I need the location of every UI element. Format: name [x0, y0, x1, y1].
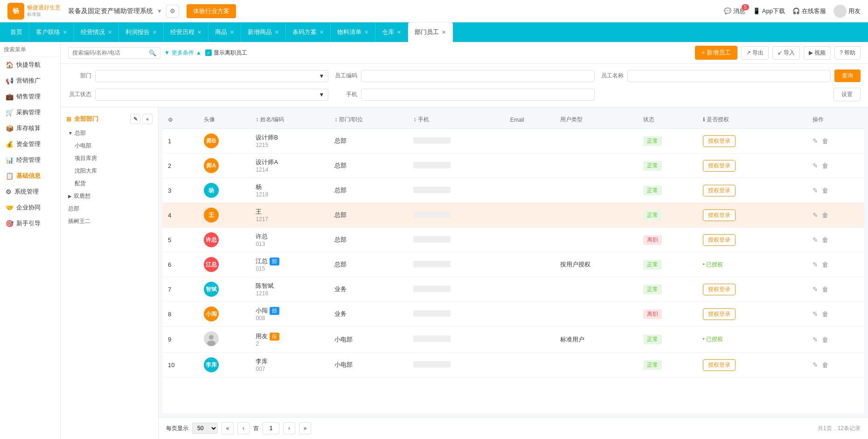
system-dropdown-arrow[interactable]: ▼: [157, 8, 162, 14]
emp-status-select[interactable]: ▼: [95, 89, 328, 101]
delete-button[interactable]: 🗑: [822, 137, 828, 145]
delete-button[interactable]: 🗑: [822, 162, 828, 169]
th-phone[interactable]: ↕ 手机: [408, 111, 504, 129]
dept-item-shuangluxiang[interactable]: ▶ 双鹿想: [61, 190, 158, 202]
auth-login-button[interactable]: 授权登录: [703, 185, 736, 196]
sidebar-item-purchase[interactable]: 🛒 采购管理: [0, 105, 60, 120]
search-wrap[interactable]: 🔍: [68, 47, 160, 59]
sidebar-item-basic[interactable]: 📋 基础信息: [0, 168, 60, 184]
close-icon[interactable]: ✕: [108, 29, 112, 35]
search-input[interactable]: [72, 49, 147, 56]
edit-button[interactable]: ✎: [812, 261, 818, 268]
edit-button[interactable]: ✎: [812, 336, 818, 343]
more-filter-button[interactable]: ▼ 更多条件 ▲: [164, 49, 201, 57]
last-page-button[interactable]: »: [299, 422, 311, 434]
dept-item-zongbu[interactable]: 总部: [61, 202, 158, 215]
first-page-button[interactable]: «: [222, 422, 234, 434]
auth-login-button[interactable]: 授权登录: [703, 135, 736, 147]
page-number-input[interactable]: [263, 422, 279, 434]
edit-button[interactable]: ✎: [812, 211, 818, 219]
delete-button[interactable]: 🗑: [822, 336, 828, 343]
user-area[interactable]: 用友: [833, 5, 861, 18]
edit-button[interactable]: ✎: [812, 162, 818, 169]
dept-item-chashuwang[interactable]: 插树王二: [61, 215, 158, 228]
close-icon[interactable]: ✕: [442, 29, 446, 35]
close-icon[interactable]: ✕: [319, 29, 324, 35]
show-resigned-toggle[interactable]: ✓ 显示离职员工: [205, 49, 247, 57]
view-button[interactable]: ▶ 视频: [804, 46, 831, 60]
sidebar-item-sales[interactable]: 💼 销售管理: [0, 89, 60, 105]
sidebar-search[interactable]: 🔍: [0, 42, 60, 57]
edit-button[interactable]: ✎: [812, 137, 818, 145]
auth-login-button[interactable]: 授权登录: [703, 209, 736, 221]
per-page-select[interactable]: 50 100: [192, 423, 218, 434]
add-employee-button[interactable]: + 新增员工: [695, 46, 737, 60]
tab-profit[interactable]: 利润报告 ✕: [119, 22, 164, 42]
delete-button[interactable]: 🗑: [822, 286, 828, 293]
tab-business[interactable]: 经营情况 ✕: [74, 22, 119, 42]
auth-login-button[interactable]: 授权登录: [703, 284, 736, 295]
emp-code-input[interactable]: [361, 70, 594, 82]
gear-button[interactable]: ⚙: [166, 5, 179, 18]
sidebar-item-finance[interactable]: 💰 资金管理: [0, 136, 60, 152]
sidebar-item-guide[interactable]: 🎯 新手引导: [0, 216, 60, 231]
app-download-button[interactable]: 📱 App下载: [753, 7, 785, 15]
sidebar-item-collab[interactable]: 🤝 企业协同: [0, 200, 60, 216]
delete-button[interactable]: 🗑: [822, 361, 828, 369]
sidebar-item-marketing[interactable]: 📢 营销推广: [0, 73, 60, 89]
delete-button[interactable]: 🗑: [822, 187, 828, 194]
tab-barcode[interactable]: 条码方案 ✕: [286, 22, 331, 42]
th-name-code[interactable]: ↕ 姓名/编码: [250, 111, 329, 129]
export-button[interactable]: ↗ 导出: [741, 46, 769, 60]
delete-button[interactable]: 🗑: [822, 261, 828, 268]
prev-page-button[interactable]: ‹: [237, 422, 250, 434]
tab-bom[interactable]: 物料清单 ✕: [331, 22, 375, 42]
sidebar-item-inventory[interactable]: 📦 库存核算: [0, 120, 60, 136]
close-icon[interactable]: ✕: [153, 29, 157, 35]
settings-icon[interactable]: ⚙: [168, 117, 173, 123]
delete-button[interactable]: 🗑: [822, 310, 828, 318]
dept-item-peihuo[interactable]: 配货: [61, 177, 158, 190]
reset-button[interactable]: 设置: [833, 88, 861, 101]
tab-customer[interactable]: 客户联络 ✕: [29, 22, 74, 42]
tab-goods[interactable]: 商品 ✕: [208, 22, 241, 42]
auth-login-button[interactable]: 授权登录: [703, 359, 736, 371]
tab-history[interactable]: 经营历程 ✕: [164, 22, 208, 42]
help-button[interactable]: ? 帮助: [834, 46, 861, 60]
tab-dept-staff[interactable]: 部门员工 ✕: [408, 22, 453, 42]
close-icon[interactable]: ✕: [63, 29, 67, 35]
import-button[interactable]: ↙ 导入: [772, 46, 800, 60]
sidebar-search-input[interactable]: [4, 46, 61, 53]
close-icon[interactable]: ✕: [397, 29, 401, 35]
edit-button[interactable]: ✎: [812, 361, 818, 369]
close-icon[interactable]: ✕: [230, 29, 234, 35]
emp-name-input[interactable]: [627, 70, 831, 82]
delete-button[interactable]: 🗑: [822, 236, 828, 244]
dept-item-xiaodian[interactable]: 小电部: [61, 139, 158, 152]
dept-edit-button[interactable]: ✎: [130, 114, 140, 124]
edit-button[interactable]: ✎: [812, 286, 818, 293]
delete-button[interactable]: 🗑: [822, 211, 828, 219]
query-button[interactable]: 查询: [834, 70, 861, 82]
tab-warehouse[interactable]: 仓库 ✕: [375, 22, 408, 42]
close-icon[interactable]: ✕: [197, 29, 201, 35]
dept-item-project[interactable]: 项目库房: [61, 152, 158, 165]
auth-login-button[interactable]: 授权登录: [703, 160, 736, 172]
close-icon[interactable]: ✕: [275, 29, 279, 35]
sidebar-item-operations[interactable]: 📊 经营管理: [0, 152, 60, 168]
next-page-button[interactable]: ›: [283, 422, 295, 434]
auth-login-button[interactable]: 授权登录: [703, 234, 736, 246]
sidebar-item-nav[interactable]: 🏠 快捷导航: [0, 57, 60, 73]
tab-home[interactable]: 首页: [4, 22, 29, 42]
tab-add-goods[interactable]: 新增商品 ✕: [241, 22, 286, 42]
dept-select[interactable]: ▼: [95, 70, 328, 82]
online-service-button[interactable]: 🎧 在线客服: [792, 7, 826, 15]
phone-input[interactable]: [361, 89, 594, 101]
dept-collapse-button[interactable]: «: [142, 114, 153, 124]
close-icon[interactable]: ✕: [364, 29, 368, 35]
message-button[interactable]: 💬 消息 5: [724, 7, 745, 15]
dept-item-zongbu-parent[interactable]: ▼ 总部: [61, 127, 158, 139]
edit-button[interactable]: ✎: [812, 236, 818, 244]
trial-button[interactable]: 体验行业方案: [187, 4, 236, 18]
edit-button[interactable]: ✎: [812, 187, 818, 194]
